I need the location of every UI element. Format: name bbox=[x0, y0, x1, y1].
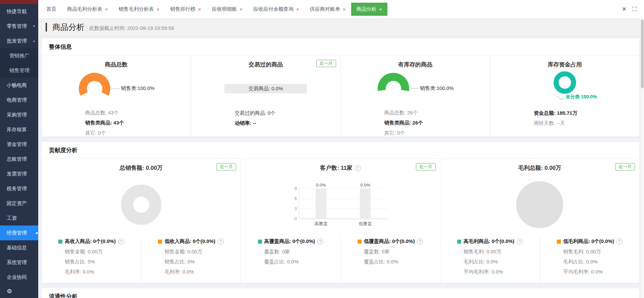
sidebar-item-purchase[interactable]: 采购管理 bbox=[0, 107, 38, 122]
y-tick: 3 bbox=[294, 206, 297, 211]
donut-label-line bbox=[111, 88, 120, 89]
scrollbar-thumb[interactable] bbox=[641, 19, 644, 88]
x-category-label: 高覆盖 bbox=[314, 221, 327, 226]
overview-body: 商品总数 销售类:100.0% 商品总数: 43个 bbox=[42, 55, 639, 138]
panel-stats: 商品总数: 26个 销售类商品: 26个 其它: 0个 bbox=[384, 108, 446, 138]
panel-stats: 交易过的商品: 0个 动销率: -- bbox=[235, 108, 297, 128]
sidebar-item-label: 基础信息 bbox=[7, 245, 27, 251]
sidebar-item-label: 采购管理 bbox=[7, 112, 27, 118]
tab-close-icon[interactable]: × bbox=[157, 6, 160, 12]
sidebar-item-label: 销售管理 bbox=[9, 67, 30, 74]
sidebar-footer: ⚙ bbox=[0, 285, 38, 298]
period-badge: 近一月 bbox=[216, 163, 236, 170]
sidebar-item-xiaochang-ecom[interactable]: 小畅电商 bbox=[0, 78, 38, 93]
tab-home[interactable]: 首页 bbox=[41, 3, 62, 16]
tab-label: 销售毛利分析表 bbox=[119, 6, 154, 12]
sidebar-item-label: 库存核算 bbox=[7, 127, 27, 133]
tab-sales-ranking[interactable]: 销售排行榜× bbox=[165, 3, 207, 16]
sidebar-item-quick-nav[interactable]: 快捷导航 bbox=[0, 4, 38, 19]
tab-label: 销售排行榜 bbox=[170, 6, 196, 12]
stat-group-high-coverage: 高覆盖商品: 0个(0.0%) ? 覆盖数: 0家 覆盖占比: 0.0% bbox=[258, 237, 324, 282]
contribution-section: 贡献度分析 总销售额: 0.00万 近一月 bbox=[42, 142, 639, 283]
sidebar-item-marketing[interactable]: 营销推广 bbox=[0, 48, 38, 63]
tab-product-gross-profit[interactable]: 商品毛利分析表× bbox=[62, 3, 113, 16]
donut-green bbox=[377, 72, 410, 105]
tab-close-icon[interactable]: × bbox=[239, 6, 243, 12]
stat-line: 销售金额: 0.00万 bbox=[164, 247, 224, 257]
donut-label-line bbox=[410, 88, 419, 89]
tab-sales-gross-profit[interactable]: 销售毛利分析表× bbox=[113, 3, 165, 16]
sidebar-item-sales-mgmt[interactable]: 销售管理 bbox=[0, 63, 38, 78]
stat-line: 商品总数: 26个 bbox=[384, 108, 446, 118]
sidebar-item-system[interactable]: 系统管理 bbox=[0, 255, 38, 270]
close-icon[interactable]: ✕ bbox=[622, 6, 627, 13]
sidebar-item-payroll[interactable]: 工资 bbox=[0, 211, 38, 226]
stat-line: 毛利占比: 0.0% bbox=[563, 257, 623, 267]
tab-bar: 首页 商品毛利分析表× 销售毛利分析表× 销售排行榜× 应收明细账× 应收应付余… bbox=[38, 0, 644, 19]
stat-line: 动销率: -- bbox=[235, 118, 297, 128]
tab-close-icon[interactable]: × bbox=[105, 6, 108, 12]
fullscreen-icon[interactable]: ⛶ bbox=[633, 6, 637, 13]
sidebar-item-invoice[interactable]: 发票管理 bbox=[0, 166, 38, 181]
sidebar-item-label: 快捷导航 bbox=[7, 8, 27, 15]
legend-square-green bbox=[258, 240, 262, 244]
tab-close-icon[interactable]: × bbox=[379, 6, 382, 12]
tab-ar-ap-balance[interactable]: 应收应付余额查询× bbox=[248, 3, 305, 16]
help-icon[interactable]: ? bbox=[218, 239, 224, 245]
total-sales-donut-chart bbox=[116, 172, 166, 237]
help-icon[interactable]: ? bbox=[417, 239, 423, 245]
sidebar-item-funds[interactable]: 资金管理 bbox=[0, 137, 38, 152]
donut-label-line bbox=[556, 95, 565, 100]
tab-label: 商品毛利分析表 bbox=[67, 6, 102, 12]
sidebar-item-fixed-assets[interactable]: 固定资产 bbox=[0, 196, 38, 211]
sidebar-item-enterprise-collab[interactable]: 企业协同 bbox=[0, 270, 38, 285]
stat-line: 资金总额: 185.71万 bbox=[534, 108, 596, 118]
donut-orange bbox=[78, 72, 111, 105]
stat-half: 低覆盖商品: 0个(0.0%) ? 覆盖数: 0家 覆盖占比: 0.0% bbox=[340, 237, 440, 282]
sidebar-item-retail[interactable]: 零售管理▼ bbox=[0, 19, 38, 34]
donut-label: 销售类:100.0% bbox=[121, 85, 155, 92]
donut-teal bbox=[550, 70, 580, 95]
tab-product-analysis[interactable]: 商品分析× bbox=[351, 3, 388, 16]
sidebar-item-inventory-accounting[interactable]: 库存核算 bbox=[0, 122, 38, 137]
column-stats: 高毛利商品: 0个(0.0%) ? 销售毛利: 0.00万 毛利占比: 0.0%… bbox=[440, 237, 639, 284]
liquidity-section: 流通性分析 bbox=[42, 288, 639, 298]
chevron-down-icon: ▼ bbox=[33, 24, 36, 28]
stat-line: 覆盖占比: 0.0% bbox=[364, 257, 423, 267]
contribution-section-title: 贡献度分析 bbox=[42, 142, 639, 159]
gear-icon[interactable]: ⚙ bbox=[7, 288, 12, 295]
sidebar-item-tax[interactable]: 税务管理 bbox=[0, 181, 38, 196]
help-icon[interactable]: ? bbox=[118, 239, 124, 245]
tab-close-icon[interactable]: × bbox=[343, 6, 346, 12]
tab-receivable-detail[interactable]: 应收明细账× bbox=[206, 3, 248, 16]
sidebar-item-label: 固定资产 bbox=[7, 200, 27, 207]
sidebar-item-label: 资金管理 bbox=[7, 141, 27, 148]
overview-section-title: 整体信息 bbox=[42, 39, 639, 55]
tab-close-icon[interactable]: × bbox=[296, 6, 299, 12]
help-icon[interactable]: ? bbox=[317, 239, 323, 245]
bar-value-label: 0.0% bbox=[360, 183, 370, 188]
help-icon[interactable]: ? bbox=[517, 239, 523, 245]
pie-placeholder-circle bbox=[516, 181, 563, 228]
period-badge: 近一月 bbox=[316, 60, 336, 67]
overview-section: 整体信息 商品总数 销售类:100.0% bbox=[42, 39, 639, 137]
vertical-scrollbar[interactable] bbox=[640, 19, 644, 298]
sidebar-item-basic-info[interactable]: 基础信息 bbox=[0, 240, 38, 255]
stat-half: 低收入商品: 0个(0.0%) ? 销售金额: 0.00万 销售占比: 0% 毛… bbox=[141, 237, 240, 282]
sidebar-item-operations[interactable]: 经营管理◀ bbox=[0, 226, 38, 240]
collapse-left-icon: ◀ bbox=[35, 231, 38, 235]
legend-square-orange bbox=[358, 240, 362, 244]
stat-line: 销售金额: 0.00万 bbox=[65, 247, 124, 257]
tab-supplier-statement[interactable]: 供应商对账单× bbox=[305, 3, 351, 16]
stat-group-high-margin: 高毛利商品: 0个(0.0%) ? 销售毛利: 0.00万 毛利占比: 0.0%… bbox=[457, 237, 523, 282]
help-icon[interactable]: ? bbox=[355, 165, 361, 171]
tab-close-icon[interactable]: × bbox=[198, 6, 201, 12]
stat-half: 高毛利商品: 0个(0.0%) ? 销售毛利: 0.00万 毛利占比: 0.0%… bbox=[440, 237, 540, 282]
sidebar-item-wholesale[interactable]: 批发管理▲ bbox=[0, 34, 38, 48]
stat-half: 低毛利商品: 0个(0.0%) ? 销售毛利: 0.00万 毛利占比: 0.0%… bbox=[540, 237, 639, 282]
column-title-text: 毛利总额: 0.00万 bbox=[518, 164, 561, 172]
sidebar-item-ecom-mgmt[interactable]: 电商管理 bbox=[0, 93, 38, 107]
contribution-col-customers: 客户数: 11家 ? 近一月 9 bbox=[240, 159, 440, 284]
sidebar-item-general-ledger[interactable]: 总账管理 bbox=[0, 152, 38, 166]
help-icon[interactable]: ? bbox=[616, 239, 623, 245]
